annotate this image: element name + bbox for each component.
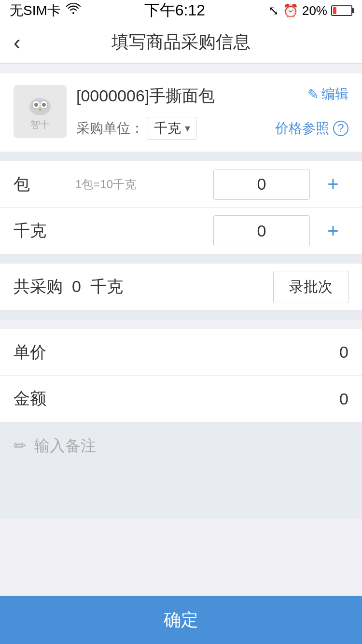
- carrier-text: 无SIM卡: [10, 1, 61, 20]
- product-title: 手撕面包: [149, 86, 215, 105]
- bag-value: 0: [257, 175, 266, 194]
- summary-text: 共采购 0 千克: [14, 276, 123, 298]
- info-section: 单价 0 金额 0: [0, 329, 362, 422]
- battery-fill: [333, 7, 336, 14]
- bag-plus-button[interactable]: +: [318, 169, 348, 200]
- bag-input[interactable]: 0: [213, 169, 310, 200]
- price-ref-button[interactable]: 价格参照 ?: [275, 119, 348, 138]
- status-left: 无SIM卡: [10, 1, 81, 20]
- confirm-button[interactable]: 确定: [0, 596, 362, 644]
- summary-row: 共采购 0 千克 录批次: [0, 264, 362, 310]
- product-thumbnail: 智十: [14, 85, 67, 138]
- unit-label: 采购单位：: [76, 119, 144, 138]
- batch-button[interactable]: 录批次: [273, 271, 348, 303]
- batch-label: 录批次: [289, 279, 333, 294]
- section-divider-3: [0, 310, 362, 320]
- status-bar: 无SIM卡 下午6:12 ⤡ ⏰ 20%: [0, 0, 362, 21]
- location-icon: ⤡: [268, 3, 279, 18]
- svg-point-3: [34, 103, 38, 107]
- summary-label: 共采购: [14, 277, 63, 295]
- confirm-label: 确定: [164, 608, 198, 632]
- notes-section[interactable]: ✏ 输入备注: [0, 422, 362, 518]
- bag-label: 包: [14, 173, 71, 196]
- kg-input-wrap: 0 +: [71, 215, 348, 246]
- product-id: [0000006]: [76, 86, 149, 105]
- logo-text: 智十: [30, 118, 50, 131]
- price-ref-label: 价格参照: [275, 119, 329, 138]
- kg-row: 千克 0 +: [0, 208, 362, 254]
- back-button[interactable]: ‹: [14, 32, 21, 53]
- unit-price-value: 0: [339, 343, 348, 362]
- notes-placeholder: 输入备注: [34, 435, 96, 457]
- summary-amount: 0: [72, 277, 81, 295]
- kg-label: 千克: [14, 220, 71, 242]
- svg-point-4: [42, 103, 46, 107]
- form-section: 包 1包=10千克 0 + 千克 0 +: [0, 161, 362, 254]
- bag-input-wrap: 0 +: [136, 169, 348, 200]
- product-header: [0000006]手撕面包 ✎ 编辑: [76, 85, 348, 107]
- unit-select[interactable]: 千克 ▾: [148, 117, 196, 140]
- product-card: 智十 [0000006]手撕面包 ✎ 编辑 采购单位： 千克 ▾: [0, 73, 362, 152]
- battery-icon: [331, 5, 352, 16]
- pencil-icon: ✏: [14, 436, 27, 455]
- status-time: 下午6:12: [144, 0, 205, 21]
- amount-label: 金额: [14, 388, 46, 410]
- section-divider-1: [0, 152, 362, 161]
- bag-row: 包 1包=10千克 0 +: [0, 161, 362, 208]
- alarm-icon: ⏰: [283, 3, 298, 18]
- nav-bar: ‹ 填写商品采购信息: [0, 21, 362, 64]
- edit-label: 编辑: [321, 85, 348, 103]
- edit-icon: ✎: [307, 86, 319, 102]
- amount-value: 0: [339, 390, 348, 408]
- wifi-icon: [66, 3, 81, 18]
- product-info: [0000006]手撕面包 ✎ 编辑 采购单位： 千克 ▾ 价格参照 ?: [76, 85, 348, 140]
- bag-sublabel: 1包=10千克: [75, 177, 136, 192]
- summary-unit: 千克: [90, 277, 123, 295]
- product-name: [0000006]手撕面包: [76, 85, 215, 107]
- kg-value: 0: [257, 222, 266, 240]
- status-right: ⤡ ⏰ 20%: [268, 3, 352, 18]
- edit-button[interactable]: ✎ 编辑: [307, 85, 348, 103]
- unit-selector[interactable]: 采购单位： 千克 ▾: [76, 117, 196, 140]
- kg-input[interactable]: 0: [213, 215, 310, 246]
- page-title: 填写商品采购信息: [111, 30, 251, 54]
- chevron-down-icon: ▾: [185, 122, 190, 135]
- price-ref-question-icon: ?: [333, 121, 348, 136]
- content-area: 智十 [0000006]手撕面包 ✎ 编辑 采购单位： 千克 ▾: [0, 73, 362, 605]
- unit-price-row: 单价 0: [0, 329, 362, 376]
- unit-value: 千克: [154, 119, 181, 138]
- unit-price-label: 单价: [14, 341, 46, 364]
- battery-percent: 20%: [302, 3, 327, 18]
- kg-plus-button[interactable]: +: [318, 215, 348, 246]
- product-unit: 采购单位： 千克 ▾ 价格参照 ?: [76, 117, 348, 140]
- product-logo: 智十: [26, 92, 55, 131]
- section-divider-2: [0, 254, 362, 264]
- amount-row: 金额 0: [0, 376, 362, 422]
